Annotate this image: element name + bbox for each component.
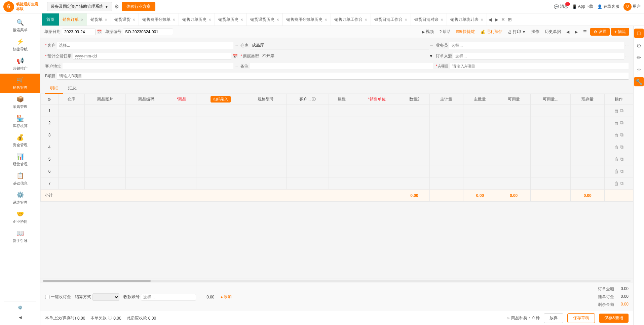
list-view-btn[interactable]: ☰ <box>581 29 589 35</box>
col-current-stock[interactable]: 现存量 <box>571 94 604 105</box>
row-1-image[interactable] <box>84 105 126 117</box>
tab-sales-order-history[interactable]: 销售订单历史 ✕ <box>179 13 215 26</box>
col-product-code[interactable]: 商品编码 <box>126 94 167 105</box>
right-panel-btn-4[interactable]: ☆ <box>634 65 644 74</box>
row-copy-btn[interactable]: ⧉ <box>620 108 623 114</box>
help-btn[interactable]: ? 帮助 <box>437 28 453 35</box>
notification-item[interactable]: 💬 消息 5 <box>554 4 568 9</box>
one-click-payment-label[interactable]: 一键收订金 <box>45 294 71 300</box>
tab-close-icon[interactable]: ✕ <box>81 18 83 22</box>
customer-more-icon[interactable]: ··· <box>235 43 238 47</box>
salesperson-input[interactable] <box>449 42 624 49</box>
system-selector[interactable]: 装备及固定资产辅助管理系统 ▼ <box>47 2 112 11</box>
tab-sales-expense-split[interactable]: 销售费用分摊单 ✕ <box>139 13 179 26</box>
col-spec[interactable]: 规格型号 <box>245 94 287 105</box>
discard-button[interactable]: 放弃 <box>544 313 563 323</box>
customer-address-input[interactable] <box>63 63 233 70</box>
row-1-attr[interactable] <box>329 105 355 117</box>
tab-cash-goods-workbench[interactable]: 钱货日清工作台 ✕ <box>371 13 411 26</box>
online-service-item[interactable]: 👤 在线客服 <box>597 4 619 9</box>
remark-input[interactable] <box>250 63 433 70</box>
row-1-unit[interactable] <box>355 105 399 117</box>
tab-close-icon[interactable]: ✕ <box>105 18 107 22</box>
tab-sales-list[interactable]: 销货单 ✕ <box>87 13 111 26</box>
account-more-icon[interactable]: ··· <box>197 295 200 299</box>
gear-button[interactable]: ⚙ <box>114 3 119 10</box>
col-main-quantity[interactable]: 主数量 <box>463 94 497 105</box>
sidebar-item-purchase[interactable]: 📦 采购管理 <box>0 93 40 112</box>
tab-sales-return[interactable]: 销货退货 ✕ <box>111 13 139 26</box>
tab-home[interactable]: 首页 <box>42 13 59 26</box>
app-download-item[interactable]: 📱 App下载 <box>572 4 593 9</box>
order-no-input[interactable] <box>123 29 173 35</box>
row-copy-btn[interactable]: ⧉ <box>620 156 623 162</box>
save-new-button[interactable]: 保存&新增 <box>599 314 629 323</box>
delivery-date-input[interactable] <box>73 53 231 60</box>
tab-close-icon[interactable]: ✕ <box>240 18 243 22</box>
view-btn[interactable]: ▶ 视频 <box>420 28 436 35</box>
scan-btn[interactable]: 扫码录入 <box>211 96 231 103</box>
account-input[interactable] <box>141 294 196 300</box>
tab-close-icon[interactable]: ✕ <box>209 18 211 22</box>
tab-prev-btn[interactable]: ◀ <box>487 13 493 26</box>
col-attribute[interactable]: 属性 <box>329 94 355 105</box>
payment-method-select[interactable] <box>92 293 119 301</box>
row-delete-btn[interactable]: 🗑 <box>614 145 619 150</box>
row-1-main-unit[interactable] <box>429 105 463 117</box>
right-panel-btn-5[interactable]: 🔧 <box>634 77 644 86</box>
tab-sales-order[interactable]: 销售订单 ✕ <box>59 13 87 26</box>
history-btn[interactable]: 历史单据 <box>543 28 563 35</box>
one-click-payment-checkbox[interactable] <box>45 295 49 299</box>
invoice-type-value[interactable]: 不开票 <box>260 52 428 60</box>
tab-close-icon[interactable]: ✕ <box>441 18 443 22</box>
row-delete-btn[interactable]: 🗑 <box>614 120 619 126</box>
tab-close-all-btn[interactable]: ✕ <box>500 13 506 26</box>
shortcut-btn[interactable]: ⌨ 快捷键 <box>454 28 477 35</box>
row-1-qty2[interactable] <box>399 105 429 117</box>
col-scan[interactable]: 扫码录入 <box>196 94 245 105</box>
scrollbar-track[interactable] <box>43 280 631 282</box>
col-sales-unit[interactable]: *销售单位 <box>355 94 399 105</box>
col-available2[interactable]: 可用量... <box>531 94 571 105</box>
row-delete-btn[interactable]: 🗑 <box>614 108 619 114</box>
sidebar-item-operations[interactable]: 📊 经营管理 <box>0 150 40 169</box>
tab-close-icon[interactable]: ✕ <box>325 18 327 22</box>
operate-btn[interactable]: 操作 <box>529 28 541 35</box>
sidebar-settings-btn[interactable]: ⚙️ <box>0 303 40 313</box>
sidebar-item-finance[interactable]: 💰 资金管理 <box>0 131 40 150</box>
order-source-more-icon[interactable]: ··· <box>626 54 629 58</box>
address-more-icon[interactable]: ··· <box>235 65 238 69</box>
row-1-scan[interactable] <box>196 105 245 117</box>
save-draft-button[interactable]: 保存草稿 <box>567 313 595 323</box>
sidebar-item-search[interactable]: 🔍 搜索菜单 <box>0 16 40 35</box>
tab-close-icon[interactable]: ✕ <box>276 18 279 22</box>
col-warehouse[interactable]: 仓库 <box>58 94 84 105</box>
right-panel-btn-3[interactable]: ✏ <box>634 53 644 62</box>
tab-sales-stats[interactable]: 销售订单统计表 ✕ <box>447 13 487 26</box>
table-scroll-area[interactable]: ⚙ 仓库 商品图片 商品编码 *商品 扫码录入 规格型号 客户... ⓘ 属性 … <box>40 94 633 279</box>
tab-close-icon[interactable]: ✕ <box>481 18 483 22</box>
tab-summary[interactable]: 汇总 <box>63 83 81 94</box>
row-delete-btn[interactable]: 🗑 <box>614 157 619 162</box>
nav-next-btn[interactable]: ▶ <box>573 29 580 35</box>
row-delete-btn[interactable]: 🗑 <box>614 181 619 186</box>
row-1-stock[interactable] <box>571 105 604 117</box>
invoice-type-dropdown-icon[interactable]: ▼ <box>429 54 433 58</box>
col-quantity2[interactable]: 数量2 <box>399 94 429 105</box>
customer-input[interactable] <box>57 42 233 49</box>
sidebar-item-sales[interactable]: 🛒 销售管理 <box>0 74 40 93</box>
a-project-input[interactable] <box>450 63 629 70</box>
tab-close-icon[interactable]: ✕ <box>173 18 175 22</box>
row-1-main-qty[interactable] <box>463 105 497 117</box>
col-main-unit[interactable]: 主计量 <box>429 94 463 105</box>
user-item[interactable]: U 用户 <box>623 3 641 11</box>
tab-close-icon[interactable]: ✕ <box>132 18 135 22</box>
sidebar-item-system[interactable]: ⚙️ 系统管理 <box>0 189 40 208</box>
tab-next-btn[interactable]: ▶ <box>493 13 500 26</box>
col-available[interactable]: 可用量 <box>497 94 531 105</box>
sidebar-item-navigation[interactable]: ⚡ 快捷导航 <box>0 35 40 54</box>
row-copy-btn[interactable]: ⧉ <box>620 168 623 174</box>
nav-prev-btn[interactable]: ◀ <box>564 29 571 35</box>
add-logistics-btn[interactable]: + 物流 <box>611 28 629 36</box>
tab-sales-workbench[interactable]: 销售订单工作台 ✕ <box>331 13 371 26</box>
